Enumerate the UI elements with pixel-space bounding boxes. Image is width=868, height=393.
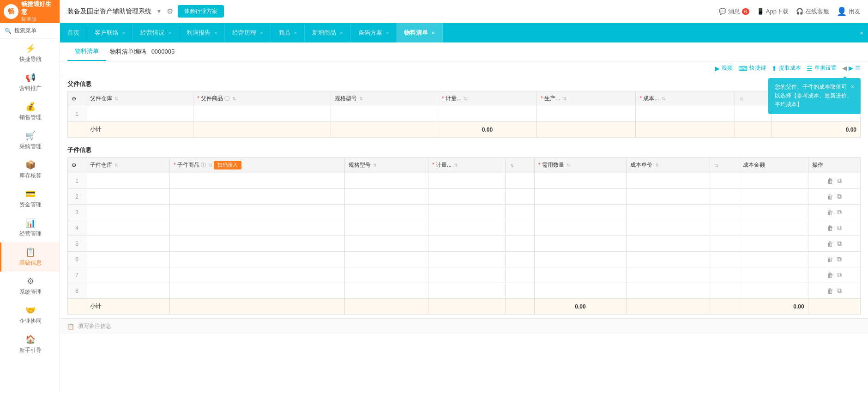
- child-table: ⚙ 子件仓库 ⇅ * 子件商品 ⓘ ⇅ 扫码录入: [67, 157, 861, 314]
- tab-operation-status[interactable]: 经营情况 ×: [133, 23, 179, 42]
- child-quantity-2[interactable]: [534, 189, 627, 205]
- child-warehouse-2[interactable]: [86, 189, 170, 205]
- settings-icon[interactable]: ⚙: [167, 7, 173, 16]
- tab-profit-report[interactable]: 利润报告 ×: [179, 23, 225, 42]
- parent-unit-cell[interactable]: [438, 106, 536, 122]
- sidebar-item-guide[interactable]: 🏠 新手引导: [0, 330, 60, 359]
- user-item[interactable]: 👤 用友: [837, 6, 861, 17]
- child-spec-2[interactable]: [345, 189, 428, 205]
- search-menu[interactable]: 🔍 搜索菜单: [0, 23, 60, 39]
- child-spec-1[interactable]: [345, 173, 428, 189]
- bottom-bar: 📋 填写备注信息: [60, 318, 868, 334]
- sidebar-item-operation[interactable]: 📊 经营管理: [0, 213, 60, 242]
- sidebar-item-purchase[interactable]: 🛒 采购管理: [0, 126, 60, 155]
- extract-icon: ⬆: [772, 65, 777, 72]
- tab-customer-close[interactable]: ×: [122, 30, 125, 36]
- sidebar-item-marketing[interactable]: 📢 营销推广: [0, 68, 60, 97]
- parent-production-cell[interactable]: [537, 106, 636, 122]
- tab-barcode[interactable]: 条码方案 ×: [351, 23, 397, 42]
- child-unitcost-1[interactable]: [627, 173, 710, 189]
- child-sort-2: [506, 189, 534, 205]
- delete-icon[interactable]: 🗑: [827, 272, 833, 279]
- video-btn[interactable]: ▶ 视频: [715, 64, 733, 72]
- delete-icon[interactable]: 🗑: [827, 193, 833, 200]
- sidebar-item-system[interactable]: ⚙ 系统管理: [0, 272, 60, 301]
- table-row: 5 🗑 ⧉: [68, 236, 861, 252]
- row-num: 6: [68, 252, 86, 267]
- extract-cost-btn[interactable]: ⬆ 提取成本: [772, 64, 801, 72]
- parent-spec-cell[interactable]: [331, 106, 438, 122]
- sidebar-item-basic-info[interactable]: 📋 基础信息: [0, 242, 60, 272]
- online-service-item[interactable]: 🎧 在线客服: [796, 7, 829, 16]
- delete-icon[interactable]: 🗑: [827, 177, 833, 185]
- parent-cost-cell[interactable]: [636, 106, 735, 122]
- child-col-settings[interactable]: ⚙: [68, 157, 86, 173]
- child-unit-1[interactable]: [428, 173, 506, 189]
- sidebar-item-finance[interactable]: 💳 资金管理: [0, 184, 60, 213]
- child-goods-2[interactable]: [170, 189, 345, 205]
- parent-subtotal-unit: 0.00: [438, 122, 536, 138]
- delete-icon[interactable]: 🗑: [827, 240, 833, 248]
- app-download-item[interactable]: 📱 App下载: [757, 7, 789, 16]
- prev-icon[interactable]: ◀: [842, 65, 847, 72]
- tab-operation-history[interactable]: 经营历程 ×: [225, 23, 271, 42]
- headset-icon: 🎧: [796, 8, 803, 15]
- child-warehouse-1[interactable]: [86, 173, 170, 189]
- sort-icon4: ⇅: [464, 96, 467, 101]
- scan-btn[interactable]: 扫码录入: [214, 161, 241, 169]
- tab-operation-close[interactable]: ×: [168, 30, 171, 36]
- sidebar-item-enterprise[interactable]: 🤝 企业协同: [0, 301, 60, 330]
- sub-tab-bom-list[interactable]: 物料清单: [67, 42, 106, 61]
- copy-icon[interactable]: ⧉: [837, 271, 842, 279]
- child-unitcost-2[interactable]: [627, 189, 710, 205]
- table-row: 6 🗑 ⧉: [68, 252, 861, 267]
- copy-icon[interactable]: ⧉: [837, 240, 842, 248]
- tab-add-goods[interactable]: 新增商品 ×: [305, 23, 350, 42]
- tab-add-goods-close[interactable]: ×: [340, 30, 343, 36]
- guide-icon: 🏠: [25, 334, 36, 345]
- copy-icon[interactable]: ⧉: [837, 193, 842, 200]
- list-view-icon[interactable]: ☰: [855, 65, 861, 72]
- hotkey-btn[interactable]: ⌨ 快捷键: [738, 64, 766, 72]
- sidebar-item-inventory[interactable]: 📦 库存核算: [0, 155, 60, 184]
- tab-home[interactable]: 首页: [60, 23, 87, 42]
- single-settings-btn[interactable]: ☰ 单据设置: [807, 64, 837, 72]
- search-icon: 🔍: [5, 28, 12, 34]
- tab-bom-close[interactable]: ×: [432, 30, 434, 36]
- parent-col-goods: * 父件商品 ⓘ ⇅: [193, 91, 331, 106]
- parent-goods-cell[interactable]: [193, 106, 331, 122]
- tab-goods-close[interactable]: ×: [294, 30, 297, 36]
- parent-warehouse-cell[interactable]: [86, 106, 193, 122]
- close-all-tabs[interactable]: ×: [855, 24, 868, 42]
- tab-barcode-close[interactable]: ×: [386, 30, 389, 36]
- sidebar-item-quick-nav[interactable]: ⚡ 快捷导航: [0, 39, 60, 68]
- copy-icon[interactable]: ⧉: [837, 177, 842, 185]
- message-item[interactable]: 💬 消息 6: [719, 7, 749, 16]
- copy-icon[interactable]: ⧉: [837, 224, 842, 232]
- tab-history-close[interactable]: ×: [260, 30, 263, 36]
- tab-goods[interactable]: 商品 ×: [271, 23, 305, 42]
- delete-icon[interactable]: 🗑: [827, 256, 833, 263]
- copy-icon[interactable]: ⧉: [837, 287, 842, 295]
- experience-btn[interactable]: 体验行业方案: [178, 5, 224, 18]
- next-icon[interactable]: ▶: [849, 65, 853, 72]
- delete-icon[interactable]: 🗑: [827, 287, 833, 295]
- child-subtotal-amount: 0.00: [739, 299, 808, 314]
- tab-profit-close[interactable]: ×: [214, 30, 217, 36]
- sidebar-item-sales[interactable]: 💰 销售管理: [0, 97, 60, 126]
- delete-icon[interactable]: 🗑: [827, 209, 833, 216]
- copy-icon[interactable]: ⧉: [837, 255, 842, 263]
- parent-col-production: * 生产... ⇅: [537, 91, 636, 106]
- toolbar: ▶ 视频 ⌨ 快捷键 ⬆ 提取成本 ☰ 单据设置 ◀ ▶ ☰ ×: [60, 61, 868, 75]
- parent-col-settings[interactable]: ⚙: [68, 91, 86, 106]
- sort-icon3: ⇅: [359, 96, 363, 101]
- tooltip-close[interactable]: ×: [851, 83, 854, 91]
- copy-icon[interactable]: ⧉: [837, 208, 842, 216]
- tab-bom[interactable]: 物料清单 ×: [397, 23, 442, 42]
- child-unit-2[interactable]: [428, 189, 506, 205]
- note-placeholder[interactable]: 填写备注信息: [78, 322, 111, 330]
- tab-customer[interactable]: 客户联络 ×: [87, 23, 133, 42]
- delete-icon[interactable]: 🗑: [827, 224, 833, 232]
- child-goods-1[interactable]: [170, 173, 345, 189]
- child-quantity-1[interactable]: [534, 173, 627, 189]
